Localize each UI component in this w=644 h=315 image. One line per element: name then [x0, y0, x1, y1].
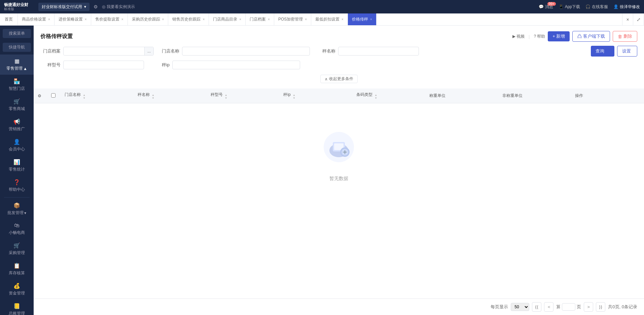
- close-icon[interactable]: ×: [370, 18, 372, 21]
- tab-item[interactable]: 进价策略设置 ×: [55, 13, 91, 26]
- close-icon[interactable]: ×: [121, 18, 123, 21]
- gear-icon[interactable]: ⚙: [94, 4, 98, 9]
- settings-button[interactable]: 设置: [617, 46, 637, 57]
- th-non-weight-unit: 非称重单位: [498, 89, 571, 103]
- sidebar-item-smart-store[interactable]: 🏪 智慧门店: [0, 75, 34, 95]
- sidebar-item-inventory[interactable]: 📋 库存核算: [0, 259, 34, 279]
- close-icon[interactable]: ×: [342, 18, 344, 21]
- query-button[interactable]: 查询: [591, 46, 614, 57]
- tab-item[interactable]: 门店档案 ×: [246, 13, 274, 26]
- sidebar-item-member-center[interactable]: 👤 会员中心: [0, 135, 34, 155]
- collapse-row: ∧ 收起更多条件: [40, 73, 637, 86]
- store-file-label: 门店档案: [40, 48, 61, 54]
- sidebar-item-retail-mall[interactable]: 🛒 零售商城: [0, 95, 34, 115]
- content-area: 价格传秤设置 ▶ 视频 | ? 帮助 + 新增 凸 客户端下载: [34, 26, 644, 315]
- th-settings[interactable]: ⚙: [34, 89, 47, 103]
- logo-area: 畅捷通好业财 标准版: [4, 2, 34, 11]
- tab-item[interactable]: 售价提取设置 ×: [91, 13, 128, 26]
- close-icon[interactable]: ×: [239, 18, 241, 21]
- th-scale-name[interactable]: 秤名称 ▲▼: [134, 89, 207, 103]
- page-title-row: 价格传秤设置 ▶ 视频 | ? 帮助 + 新增 凸 客户端下载: [40, 31, 637, 42]
- version-select[interactable]: 好业财标准版交付试用 ▾: [38, 3, 90, 11]
- sidebar-item-ecommerce[interactable]: 🛍 小畅电商: [0, 219, 34, 239]
- scale-model-input[interactable]: [63, 61, 144, 69]
- tab-item[interactable]: 销售历史价跟踪 ×: [168, 13, 209, 26]
- page-number-input[interactable]: 1: [562, 303, 575, 311]
- online-service-button[interactable]: 🎧 在线客服: [585, 4, 608, 10]
- delete-button[interactable]: 🗑 删除: [613, 31, 637, 42]
- th-barcode-type[interactable]: 条码类型 ▲▼: [352, 89, 425, 103]
- scale-ip-input[interactable]: [172, 61, 300, 69]
- demo-button[interactable]: ◎ 我要看实例演示: [102, 4, 135, 10]
- tab-item[interactable]: 商品价格设置 ×: [18, 13, 55, 26]
- store-icon: 🏪: [13, 78, 20, 84]
- collapse-button[interactable]: ∧ 收起更多条件: [320, 75, 358, 83]
- app-download-button[interactable]: 📱 App下载: [559, 4, 580, 10]
- sidebar-item-purchase[interactable]: 🛒 采购管理: [0, 239, 34, 259]
- tab-item[interactable]: 门店商品目录 ×: [209, 13, 246, 26]
- chevron-down-icon: ▾: [84, 4, 86, 9]
- tab-item[interactable]: 最低折扣设置 ×: [311, 13, 348, 26]
- user-icon: 👤: [613, 4, 618, 9]
- close-tab-button[interactable]: ×: [622, 13, 633, 26]
- sidebar-item-finance[interactable]: 💰 资金管理: [0, 279, 34, 300]
- scale-model-label: 秤型号: [40, 62, 61, 68]
- page-size-select[interactable]: 10 20 50 100: [511, 303, 529, 311]
- tab-item[interactable]: 采购历史价跟踪 ×: [128, 13, 169, 26]
- quick-nav-button[interactable]: 快捷导航: [3, 43, 31, 52]
- sidebar-item-ledger[interactable]: 📒 总账管理: [0, 300, 34, 315]
- member-icon: 👤: [13, 139, 20, 145]
- sidebar-item-retail-management[interactable]: ▦ 零售管理 ▲: [0, 55, 34, 75]
- close-icon[interactable]: ×: [85, 18, 87, 21]
- sort-icon: ▲▼: [152, 94, 154, 100]
- scale-name-input[interactable]: [338, 47, 419, 56]
- expand-tabs-button[interactable]: ⤢: [633, 13, 644, 26]
- close-icon[interactable]: ×: [305, 18, 307, 21]
- th-checkbox[interactable]: [47, 89, 61, 103]
- top-bar: 畅捷通好业财 标准版 好业财标准版交付试用 ▾ ⚙ ◎ 我要看实例演示 💬 消息…: [0, 0, 644, 13]
- table-body: 暂无数据: [34, 103, 644, 196]
- user-menu[interactable]: 👤 徐泽华修改: [613, 4, 640, 10]
- arrow-icon: ▾: [24, 211, 26, 215]
- last-page-button[interactable]: ⟩⟩: [596, 302, 605, 312]
- store-name-input[interactable]: [182, 47, 310, 56]
- sidebar-divider: [4, 197, 30, 198]
- messages-button[interactable]: 💬 消息 99+: [539, 4, 553, 10]
- search-menu-button[interactable]: 搜索菜单: [3, 29, 31, 38]
- close-icon[interactable]: ×: [162, 18, 164, 21]
- close-icon[interactable]: ×: [203, 18, 205, 21]
- sidebar-item-retail-stats[interactable]: 📊 零售统计: [0, 155, 34, 176]
- mall-icon: 🛒: [13, 98, 20, 105]
- first-page-button[interactable]: ⟨⟨: [532, 302, 541, 312]
- help-icon: ❓: [13, 179, 20, 185]
- sidebar-item-wholesale[interactable]: 📦 批发管理 ▾: [0, 199, 34, 219]
- sidebar-group: ▦ 零售管理 ▲ 🏪 智慧门店 🛒 零售商城 📢 营销推广: [0, 55, 34, 315]
- quick-nav-area: 快捷导航: [0, 40, 34, 55]
- add-button[interactable]: + 新增: [548, 31, 570, 41]
- th-scale-ip[interactable]: 秤ip ▲▼: [279, 89, 352, 103]
- tab-item[interactable]: POS加密管理 ×: [274, 13, 311, 26]
- empty-row: 暂无数据: [34, 103, 644, 196]
- close-icon[interactable]: ×: [268, 18, 270, 21]
- prev-page-button[interactable]: ＜: [544, 302, 553, 312]
- th-scale-model[interactable]: 秤型号 ▲▼: [207, 89, 280, 103]
- sidebar-item-help[interactable]: ❓ 帮助中心: [0, 176, 34, 196]
- download-button[interactable]: 凸 客户端下载: [572, 31, 610, 42]
- store-file-dots-button[interactable]: ...: [144, 47, 153, 55]
- next-page-button[interactable]: ＞: [584, 302, 593, 312]
- sidebar-item-marketing[interactable]: 📢 营销推广: [0, 115, 34, 135]
- video-link[interactable]: ▶ 视频: [512, 34, 525, 39]
- th-store-name[interactable]: 门店名称 ▲▼: [61, 89, 134, 103]
- close-icon[interactable]: ×: [48, 18, 50, 21]
- tab-active[interactable]: 价格传秤 ×: [348, 13, 377, 26]
- help-link[interactable]: ? 帮助: [534, 34, 545, 39]
- ledger-icon: 📒: [13, 303, 20, 309]
- empty-illustration: [322, 130, 356, 170]
- main-layout: 搜索菜单 快捷导航 ▦ 零售管理 ▲ 🏪 智慧门店 🛒: [0, 26, 644, 315]
- download-icon: 📱: [559, 4, 564, 9]
- tab-home[interactable]: 首页: [0, 13, 18, 26]
- marketing-icon: 📢: [13, 118, 20, 125]
- video-icon: ▶: [512, 34, 515, 39]
- store-file-input[interactable]: [64, 47, 144, 55]
- select-all-checkbox[interactable]: [51, 93, 56, 98]
